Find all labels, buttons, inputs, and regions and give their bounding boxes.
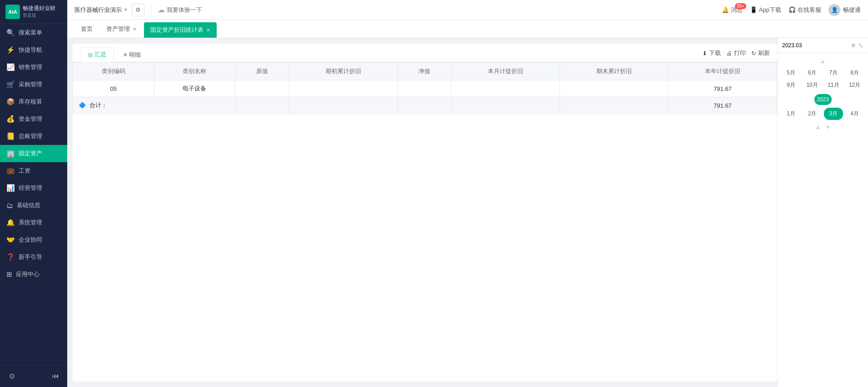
app-download-button[interactable]: 📱 App下载 [750,6,781,14]
experience-button[interactable]: ☁ 我要体验一下 [158,5,202,14]
month-aug[interactable]: 8月 [845,67,864,79]
total-monthly-dep [451,97,560,114]
avatar-icon: 👤 [831,7,838,13]
system-icon: 🔔 [6,218,15,227]
bell-icon: 🔔 [722,6,729,13]
refresh-button[interactable]: ↻ 刷新 [751,49,770,57]
month-dec[interactable]: 12月 [845,79,864,91]
sidebar-item-search[interactable]: 🔍 搜索菜单 [0,24,67,41]
tab-depreciation-table[interactable]: 固定资产折旧统计表 ✕ [144,22,217,38]
sidebar-label-fixed-assets: 固定资产 [19,149,42,158]
download-label: 下载 [709,49,721,57]
sidebar-item-purchase[interactable]: 🛒 采购管理 [0,76,67,93]
finance-icon: 💰 [6,115,15,123]
col-header-net-value: 净值 [397,63,451,80]
sidebar-item-fixed-assets[interactable]: 🏢 固定资产 [0,145,67,162]
subtab-summary-label: 汇总 [94,50,106,59]
prev-year-nav[interactable]: ▲ [819,57,827,66]
download-icon: ⬇ [702,50,707,57]
panel-date-label: 2023.03 [782,42,802,49]
detail-icon: ≡ [124,51,127,58]
sidebar-collapse-button[interactable]: ⏮ [49,370,62,382]
subtab-detail[interactable]: ≡ 明细 [116,47,149,62]
row-closing-acc-dep [560,80,668,97]
sidebar-item-payroll[interactable]: 💼 工资 [0,162,67,179]
month-apr[interactable]: 4月 [845,108,864,120]
row-net-value [397,80,451,97]
tab-home-label: 首页 [81,25,93,33]
topbar: 医疗器械行业演示 ▾ ⚙ ☁ 我要体验一下 🔔 消息 99+ 📱 App下载 🎧… [67,0,868,20]
messages-button[interactable]: 🔔 消息 99+ [722,6,743,14]
table-container: 类别编码 类别名称 原值 期初累计折旧 净值 本月计提折旧 期末累计折旧 本年计… [73,62,777,382]
month-mar[interactable]: 3月 [824,108,843,120]
month-jul[interactable]: 7月 [824,67,843,79]
col-header-monthly-dep: 本月计提折旧 [451,63,560,80]
total-row: 🔷 合计： 791.67 [73,97,777,114]
next-period-down[interactable]: ▼ [824,123,832,132]
row-name: 电子设备 [154,80,235,97]
headset-icon: 🎧 [789,6,796,13]
content-area: ◎ 汇总 ≡ 明细 ⬇ 下载 🖨 打印 [67,38,868,387]
sidebar-item-finance[interactable]: 💰 资金管理 [0,110,67,128]
cloud-icon: ☁ [158,5,165,14]
collapse-arrow-icon: ⏮ [52,372,59,380]
guide-icon: ❓ [6,253,15,261]
tab-depreciation-close-icon[interactable]: ✕ [206,27,210,33]
sidebar-label-appcenter: 应用中心 [16,270,40,278]
print-button[interactable]: 🖨 打印 [726,49,746,57]
online-service-button[interactable]: 🎧 在线客服 [789,6,821,14]
sidebar-item-operations[interactable]: 📊 经营管理 [0,179,67,197]
month-sep[interactable]: 9月 [781,79,800,91]
topbar-settings-button[interactable]: ⚙ [132,4,144,16]
sidebar-item-system[interactable]: 🔔 系统管理 [0,214,67,231]
sidebar-item-quicknav[interactable]: ⚡ 快捷导航 [0,41,67,59]
topbar-right: 🔔 消息 99+ 📱 App下载 🎧 在线客服 👤 畅捷通 [722,4,861,16]
sidebar-item-appcenter[interactable]: ⊞ 应用中心 [0,266,67,283]
col-header-code: 类别编码 [73,63,154,80]
month-jun[interactable]: 6月 [803,67,822,79]
month-oct[interactable]: 10月 [803,79,822,91]
sidebar-item-sales[interactable]: 📈 销售管理 [0,59,67,76]
quicknav-icon: ⚡ [6,46,15,54]
table-row[interactable]: 05 电子设备 791.67 [73,80,777,97]
sidebar-item-basic-info[interactable]: 🗂 基础信息 [0,197,67,214]
month-jan[interactable]: 1月 [781,108,800,120]
download-button[interactable]: ⬇ 下载 [702,49,721,57]
user-menu-button[interactable]: 👤 畅捷通 [828,4,861,16]
avatar: 👤 [828,4,840,16]
month-nov[interactable]: 11月 [824,79,843,91]
subtab-summary[interactable]: ◎ 汇总 [80,47,114,62]
total-label-cell: 🔷 合计： [73,97,235,114]
sidebar-item-inventory[interactable]: 📦 库存核算 [0,93,67,110]
sidebar-item-guide[interactable]: ❓ 新手引导 [0,248,67,266]
tabbar: 首页 资产管理 ✕ 固定资产折旧统计表 ✕ [67,20,868,38]
month-feb[interactable]: 2月 [803,108,822,120]
panel-expand-button[interactable]: ⤡ [858,42,863,49]
sidebar-nav: 🔍 搜索菜单 ⚡ 快捷导航 📈 销售管理 🛒 采购管理 📦 库存核算 💰 资金管… [0,24,67,365]
total-net-value [397,97,451,114]
sidebar-item-ledger[interactable]: 📒 总账管理 [0,128,67,145]
subtab-actions: ⬇ 下载 🖨 打印 ↻ 刷新 [702,49,770,60]
month-may[interactable]: 5月 [781,67,800,79]
sidebar-label-collab: 企业协同 [19,236,42,244]
sidebar-label-search: 搜索菜单 [19,29,42,37]
panel-close-button[interactable]: ✕ [851,42,856,49]
payroll-icon: 💼 [6,167,15,175]
sidebar-footer: ⚙ ⏮ [0,365,67,387]
tab-asset-mgmt[interactable]: 资产管理 ✕ [100,21,143,38]
sidebar-item-collab[interactable]: 🤝 企业协同 [0,231,67,248]
sidebar-label-guide: 新手引导 [19,253,42,261]
sidebar-settings-button[interactable]: ⚙ [5,370,18,382]
tab-home[interactable]: 首页 [74,21,99,38]
search-icon: 🔍 [6,29,15,37]
company-selector[interactable]: 医疗器械行业演示 ▾ [74,6,127,14]
panel-title: 2023.03 [782,42,802,49]
sales-icon: 📈 [6,63,15,71]
year-badge[interactable]: 2023 [814,94,832,105]
next-period-up[interactable]: ▲ [814,123,822,132]
basic-info-icon: 🗂 [6,202,13,209]
panel-controls: ✕ ⤡ [851,42,863,49]
row-monthly-dep [451,80,560,97]
total-closing-acc-dep [560,97,668,114]
tab-asset-mgmt-close-icon[interactable]: ✕ [133,26,137,32]
